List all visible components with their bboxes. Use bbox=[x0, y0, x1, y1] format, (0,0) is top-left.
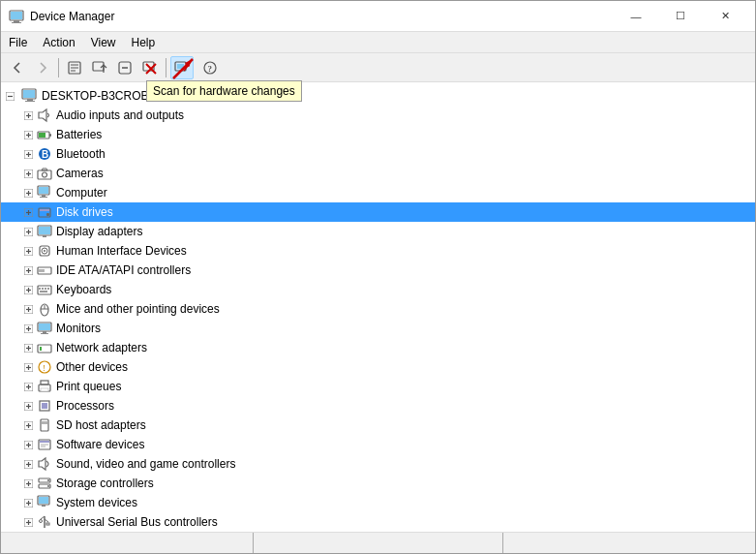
help-button[interactable]: ? bbox=[198, 56, 222, 79]
software-icon bbox=[36, 437, 53, 452]
expand-button[interactable] bbox=[20, 495, 36, 510]
svg-rect-163 bbox=[46, 523, 49, 525]
expand-button[interactable] bbox=[20, 321, 36, 336]
expand-button[interactable] bbox=[20, 146, 36, 162]
menu-file[interactable]: File bbox=[1, 32, 35, 53]
tree-item[interactable]: Display adapters bbox=[1, 222, 755, 241]
tree-item[interactable]: Network adapters bbox=[1, 338, 755, 357]
app-icon bbox=[9, 9, 24, 24]
expand-button[interactable] bbox=[20, 224, 36, 239]
svg-rect-54 bbox=[42, 195, 45, 197]
svg-rect-3 bbox=[11, 12, 22, 19]
menu-view[interactable]: View bbox=[83, 32, 124, 53]
expand-button[interactable] bbox=[20, 108, 36, 123]
tree-item[interactable]: Audio inputs and outputs bbox=[1, 106, 755, 125]
tree-item[interactable]: Sound, video and game controllers bbox=[1, 454, 755, 474]
tree-item-label: Audio inputs and outputs bbox=[56, 108, 184, 122]
tree-item-label: Print queues bbox=[56, 380, 121, 393]
tree-item[interactable]: Computer bbox=[1, 183, 755, 202]
svg-rect-1 bbox=[14, 20, 19, 22]
processor-icon bbox=[36, 398, 53, 414]
storage-icon bbox=[36, 476, 53, 491]
menu-action[interactable]: Action bbox=[35, 32, 82, 53]
svg-rect-84 bbox=[38, 286, 51, 294]
tree-item[interactable]: Cameras bbox=[1, 164, 755, 183]
svg-rect-85 bbox=[39, 288, 41, 290]
svg-rect-107 bbox=[40, 347, 42, 349]
maximize-button[interactable]: ☐ bbox=[658, 1, 703, 32]
svg-rect-55 bbox=[40, 197, 47, 198]
svg-rect-86 bbox=[42, 288, 44, 290]
close-button[interactable]: ✕ bbox=[703, 1, 747, 32]
tree-item-label: System devices bbox=[56, 496, 137, 509]
svg-rect-25 bbox=[23, 90, 35, 98]
svg-point-162 bbox=[40, 520, 43, 523]
tree-root[interactable]: DESKTOP-B3CROB bbox=[1, 86, 755, 106]
svg-marker-31 bbox=[39, 109, 46, 121]
expand-button[interactable] bbox=[20, 282, 36, 297]
expand-button[interactable] bbox=[20, 456, 36, 472]
tree-item-label: Software devices bbox=[56, 438, 144, 451]
expand-button[interactable] bbox=[20, 514, 36, 530]
tree-item[interactable]: IDE ATA/ATAPI controllers bbox=[1, 261, 755, 280]
tree-item[interactable]: Human Interface Devices bbox=[1, 241, 755, 261]
expand-button[interactable] bbox=[20, 437, 36, 452]
expand-button[interactable] bbox=[20, 166, 36, 181]
uninstall-button[interactable] bbox=[138, 56, 162, 79]
tree-item[interactable]: Print queues bbox=[1, 377, 755, 396]
svg-rect-102 bbox=[41, 333, 48, 334]
expand-button[interactable] bbox=[20, 301, 36, 317]
tree-item[interactable]: Universal Serial Bus controllers bbox=[1, 512, 755, 532]
svg-rect-101 bbox=[43, 331, 46, 333]
expand-button[interactable] bbox=[20, 417, 36, 433]
tree-item-label: Storage controllers bbox=[56, 477, 154, 490]
root-label: DESKTOP-B3CROB bbox=[42, 89, 148, 103]
bluetooth-icon: B bbox=[36, 146, 53, 162]
scan-hardware-button[interactable] bbox=[170, 56, 194, 79]
expand-button[interactable] bbox=[20, 262, 36, 278]
tree-item[interactable]: Disk drives bbox=[1, 202, 755, 222]
forward-button[interactable] bbox=[31, 56, 54, 79]
expand-button[interactable] bbox=[20, 398, 36, 414]
tree-item[interactable]: !Other devices bbox=[1, 357, 755, 377]
ide-icon bbox=[36, 262, 53, 278]
svg-point-149 bbox=[47, 485, 49, 487]
tree-item[interactable]: Storage controllers bbox=[1, 474, 755, 493]
back-button[interactable] bbox=[6, 56, 29, 79]
expand-button[interactable] bbox=[20, 185, 36, 200]
status-bar bbox=[1, 532, 755, 553]
update-driver-button[interactable] bbox=[88, 56, 111, 79]
svg-rect-88 bbox=[47, 288, 49, 290]
expand-button[interactable] bbox=[20, 243, 36, 259]
expand-button[interactable] bbox=[20, 476, 36, 491]
tree-item[interactable]: Monitors bbox=[1, 319, 755, 338]
tree-item[interactable]: BBluetooth bbox=[1, 144, 755, 164]
toolbar-sep-1 bbox=[58, 58, 59, 77]
window-title: Device Manager bbox=[30, 10, 614, 23]
tree-item[interactable]: Processors bbox=[1, 396, 755, 416]
tree-view[interactable]: DESKTOP-B3CROB Audio inputs and outputsB… bbox=[1, 82, 755, 532]
tree-item-label: Human Interface Devices bbox=[56, 244, 187, 258]
tree-item[interactable]: SD host adapters bbox=[1, 416, 755, 435]
expand-button[interactable] bbox=[20, 127, 36, 142]
tree-item-label: Computer bbox=[56, 186, 107, 200]
tree-item-label: Processors bbox=[56, 399, 114, 413]
tree-item[interactable]: Batteries bbox=[1, 125, 755, 144]
sd-icon bbox=[36, 417, 53, 433]
disable-button[interactable] bbox=[113, 56, 136, 79]
svg-rect-100 bbox=[39, 323, 50, 330]
menu-help[interactable]: Help bbox=[124, 32, 164, 53]
expand-button[interactable] bbox=[20, 359, 36, 375]
tree-item[interactable]: Mice and other pointing devices bbox=[1, 299, 755, 319]
svg-text:!: ! bbox=[43, 363, 45, 373]
audio-icon bbox=[36, 108, 53, 123]
expand-button[interactable] bbox=[20, 340, 36, 355]
svg-rect-60 bbox=[40, 209, 49, 211]
tree-item[interactable]: System devices bbox=[1, 493, 755, 512]
minimize-button[interactable]: — bbox=[614, 1, 658, 32]
expand-button[interactable] bbox=[20, 204, 36, 220]
tree-item[interactable]: Software devices bbox=[1, 435, 755, 454]
properties-button[interactable] bbox=[63, 56, 86, 79]
expand-button[interactable] bbox=[20, 379, 36, 394]
tree-item[interactable]: Keyboards bbox=[1, 280, 755, 299]
